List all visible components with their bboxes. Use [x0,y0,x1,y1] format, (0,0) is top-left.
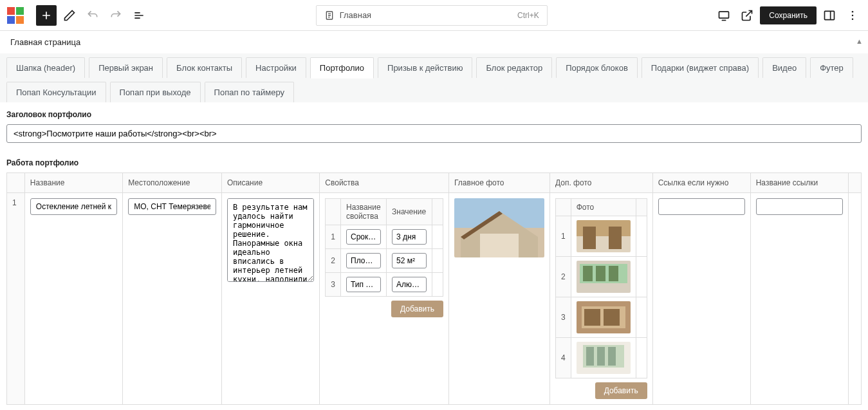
prop-row-num: 2 [326,249,341,273]
svg-rect-14 [480,234,519,257]
shortcut-label: Ctrl+K [517,11,539,20]
tab-портфолио[interactable]: Портфолио [310,57,374,79]
add-property-button[interactable]: Добавить [391,301,443,317]
svg-rect-5 [719,12,729,18]
svg-rect-17 [583,227,596,249]
photos-table: Фото 1234 [555,198,647,378]
svg-rect-18 [609,227,622,249]
property-row: 1 [326,225,443,249]
tab-призыв-к-действию[interactable]: Призыв к действию [378,57,472,78]
location-input[interactable] [128,198,216,215]
logo-icon [5,5,26,26]
collapse-icon[interactable]: ▲ [856,37,863,45]
undo-button[interactable] [82,5,103,26]
row-number: 1 [7,193,25,405]
photo-row-num: 4 [556,338,571,378]
table-row: 1 Название свойства Значение [7,193,862,405]
tab-порядок-блоков[interactable]: Порядок блоков [556,57,638,78]
tabs-container: Шапка (header)Первый экранБлок контактыН… [6,57,862,102]
col-location: Местоположение [123,173,222,193]
works-label: Работа портфолио [6,158,862,167]
property-row: 3 [326,273,443,297]
photo-row: 2 [556,257,647,297]
works-table: Название Местоположение Описание Свойств… [6,172,862,405]
svg-rect-30 [586,347,594,366]
svg-rect-27 [604,309,620,326]
prop-name-input[interactable] [346,277,381,292]
property-row: 2 [326,249,443,273]
photo-row-num: 2 [556,257,571,297]
svg-rect-23 [609,266,618,281]
tab-попап-при-выходе[interactable]: Попап при выходе [110,82,201,102]
photo-thumbnail[interactable] [577,261,631,293]
svg-rect-22 [596,266,605,281]
preview-button[interactable] [714,5,734,26]
prop-value-input[interactable] [392,229,427,245]
prop-value-header: Значение [387,199,432,225]
tab-подарки-виджет-справа-[interactable]: Подарки (виджет справа) [642,57,759,78]
add-block-button[interactable] [36,5,57,26]
save-button[interactable]: Сохранить [760,6,817,24]
svg-rect-21 [583,266,593,281]
tab-настройки[interactable]: Настройки [246,57,306,78]
sidebar-toggle-button[interactable] [819,5,840,26]
svg-rect-3 [16,16,24,24]
tab-блок-редактор[interactable]: Блок редактор [476,57,552,78]
tab-футер[interactable]: Футер [810,57,853,78]
portfolio-title-input[interactable] [6,124,862,143]
name-input[interactable] [30,198,117,215]
topbar: Главная Ctrl+K Сохранить [0,0,868,31]
tab-попап-по-таймеру[interactable]: Попап по таймеру [205,82,294,102]
svg-point-8 [852,14,854,16]
link-name-input[interactable] [756,198,843,215]
prop-name-input[interactable] [346,253,381,268]
svg-rect-2 [7,16,15,24]
portfolio-title-label: Заголовок портфолио [6,110,862,119]
tab-блок-контакты[interactable]: Блок контакты [167,57,242,78]
photo-row-num: 1 [556,216,571,257]
description-textarea[interactable] [227,198,314,282]
col-add-photo: Доп. фото [550,173,653,193]
redo-button[interactable] [106,5,126,26]
svg-point-9 [852,18,854,20]
svg-rect-31 [597,347,605,366]
photo-row: 1 [556,216,647,257]
svg-rect-1 [16,7,24,15]
breadcrumb: Главная страница ▲ [0,31,868,53]
prop-value-input[interactable] [392,277,427,292]
photo-thumbnail[interactable] [577,301,631,333]
add-photo-button[interactable]: Добавить [595,382,647,399]
col-name: Название [24,173,122,193]
photo-thumbnail[interactable] [577,220,631,252]
photo-row: 3 [556,297,647,338]
page-name: Главная [340,10,371,20]
main-photo[interactable] [454,198,544,257]
svg-rect-0 [7,7,15,15]
svg-rect-6 [825,11,835,19]
page-selector[interactable]: Главная Ctrl+K [316,5,548,26]
prop-value-input[interactable] [392,253,427,268]
details-button[interactable] [129,5,149,26]
prop-name-input[interactable] [346,229,381,245]
col-link-name: Название ссылки [750,173,848,193]
photo-thumbnail[interactable] [577,342,631,374]
external-link-button[interactable] [737,5,757,26]
svg-rect-26 [584,309,600,326]
photo-row: 4 [556,338,647,378]
svg-rect-32 [608,347,616,366]
col-description: Описание [221,173,319,193]
edit-button[interactable] [59,5,80,26]
photo-row-num: 3 [556,297,571,338]
svg-point-7 [852,10,854,12]
tab-видео[interactable]: Видео [762,57,806,78]
link-input[interactable] [658,198,745,215]
prop-row-num: 3 [326,273,341,297]
prop-name-header: Название свойства [341,199,387,225]
tab-шапка-header-[interactable]: Шапка (header) [6,57,85,78]
col-link: Ссылка если нужно [652,173,750,193]
col-main-photo: Главное фото [449,173,550,193]
tab-первый-экран[interactable]: Первый экран [89,57,163,78]
more-button[interactable] [842,5,863,26]
tab-попап-консультации[interactable]: Попап Консультации [6,82,106,102]
properties-table: Название свойства Значение 123 [325,198,443,297]
